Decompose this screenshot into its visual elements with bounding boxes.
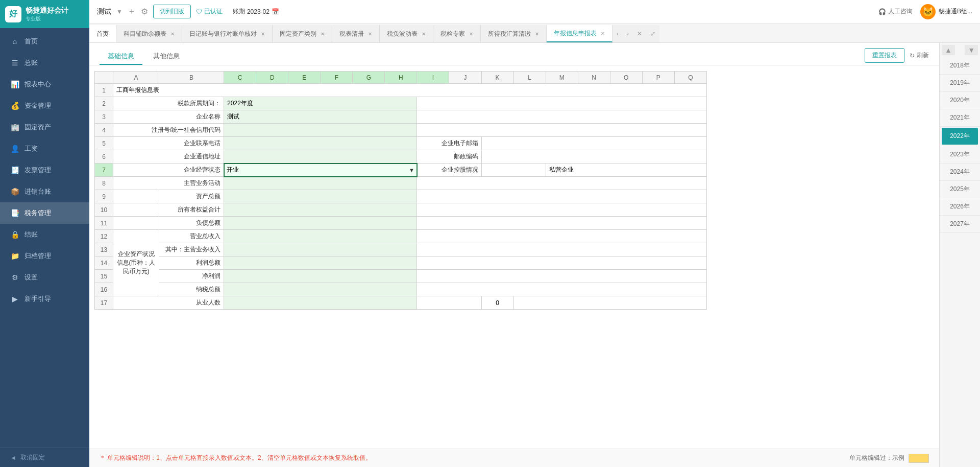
tab-next-button[interactable]: › xyxy=(623,25,633,42)
sidebar-item-guide[interactable]: ▶ 新手引导 xyxy=(0,288,89,310)
col-header-a: A xyxy=(113,72,159,84)
switch-old-version-button[interactable]: 切到旧版 xyxy=(153,5,191,18)
row7-private-enterprise: 私营企业 xyxy=(546,164,706,177)
topbar-right: 🎧 人工咨询 🐱 畅捷通B组... xyxy=(878,4,972,19)
spreadsheet-container[interactable]: A B C D E F G H I J K L xyxy=(89,66,939,449)
tab-close-tax-table[interactable]: ✕ xyxy=(368,31,372,37)
year-scroll-up-button[interactable]: ▲ xyxy=(942,45,955,55)
table-row: 11 负债总额 xyxy=(95,217,707,230)
customer-service-button[interactable]: 🎧 人工咨询 xyxy=(878,7,913,16)
year-item-2027[interactable]: 2027年 xyxy=(940,216,980,233)
row17-value[interactable] xyxy=(224,296,417,310)
tab-close-income-tax[interactable]: ✕ xyxy=(535,31,539,37)
sidebar-item-close-account[interactable]: 🔒 结账 xyxy=(0,224,89,245)
row6-right-value[interactable] xyxy=(481,150,706,164)
row16-value[interactable] xyxy=(224,283,417,296)
year-item-2019[interactable]: 2019年 xyxy=(940,75,980,92)
sidebar-item-funds[interactable]: 💰 资金管理 xyxy=(0,95,89,116)
collapse-sidebar-button[interactable]: ◄ 取消固定 xyxy=(0,448,89,467)
tab-expand-button[interactable]: ⤢ xyxy=(646,25,659,42)
sheet-title-cell[interactable]: 工商年报信息表 xyxy=(113,84,707,97)
row7-right-value[interactable] xyxy=(481,164,546,177)
sidebar-item-fixed-assets[interactable]: 🏢 固定资产 xyxy=(0,116,89,138)
shield-icon: 🛡 xyxy=(196,8,202,15)
tab-close-aux-balance[interactable]: ✕ xyxy=(170,31,175,37)
year-item-2023[interactable]: 2023年 xyxy=(940,146,980,164)
sidebar-item-wages[interactable]: 👤 工资 xyxy=(0,138,89,159)
year-item-2018[interactable]: 2018年 xyxy=(940,57,980,75)
home-icon: ⌂ xyxy=(10,37,19,45)
row2-value[interactable]: 2022年度 xyxy=(224,97,417,110)
sidebar-item-reports[interactable]: 📊 报表中心 xyxy=(0,74,89,95)
year-item-2021[interactable]: 2021年 xyxy=(940,109,980,127)
tab-close-annual-report[interactable]: ✕ xyxy=(601,31,605,36)
main-content: 基础信息 其他信息 重置报表 ↻ 刷新 xyxy=(89,43,939,467)
tab-home[interactable]: 首页 xyxy=(89,25,116,42)
row17-number: 0 xyxy=(481,296,513,310)
tab-close-journal-bank[interactable]: ✕ xyxy=(261,31,265,37)
year-item-2020[interactable]: 2020年 xyxy=(940,92,980,109)
sidebar-item-inventory[interactable]: 📦 进销台账 xyxy=(0,181,89,202)
spreadsheet-table: A B C D E F G H I J K L xyxy=(94,71,707,310)
year-item-2026[interactable]: 2026年 xyxy=(940,198,980,216)
row13-value[interactable] xyxy=(224,243,417,256)
table-row: 9 资产总额 xyxy=(95,190,707,203)
tab-aux-balance[interactable]: 科目辅助余额表 ✕ xyxy=(116,25,182,42)
tab-fixed-asset-type[interactable]: 固定资产类别 ✕ xyxy=(273,25,332,42)
sidebar-item-settings[interactable]: ⚙ 设置 xyxy=(0,267,89,288)
year-item-2022[interactable]: 2022年 xyxy=(942,128,978,145)
calendar-icon[interactable]: 📅 xyxy=(272,8,279,15)
refresh-button[interactable]: ↻ 刷新 xyxy=(910,51,929,60)
row12-value[interactable] xyxy=(224,230,417,243)
tab-close-tax-expert[interactable]: ✕ xyxy=(469,31,473,37)
sidebar: 好 畅捷通好会计 专业版 ⌂ 首页 ☰ 总账 📊 报表中心 💰 资金管理 xyxy=(0,0,89,467)
row15-value[interactable] xyxy=(224,270,417,283)
table-row: 15 净利润 xyxy=(95,270,707,283)
user-menu-button[interactable]: 🐱 畅捷通B组... xyxy=(920,4,972,19)
sub-tab-bar: 基础信息 其他信息 重置报表 ↻ 刷新 xyxy=(89,43,939,66)
year-item-2025[interactable]: 2025年 xyxy=(940,181,980,198)
add-tab-button[interactable]: ＋ xyxy=(128,6,136,17)
row5-value[interactable] xyxy=(224,137,417,150)
row14-value[interactable] xyxy=(224,256,417,270)
row6-value[interactable] xyxy=(224,150,417,164)
tab-annual-report[interactable]: 年报信息申报表 ✕ xyxy=(547,25,612,42)
module-dropdown-icon[interactable]: ▼ xyxy=(116,8,122,15)
tab-prev-button[interactable]: ‹ xyxy=(612,25,623,42)
tab-close-fixed-asset-type[interactable]: ✕ xyxy=(321,31,325,37)
year-item-2024[interactable]: 2024年 xyxy=(940,164,980,181)
row5-right-value[interactable] xyxy=(481,137,706,150)
col-header-m: M xyxy=(546,72,578,84)
sub-tab-basic[interactable]: 基础信息 xyxy=(100,49,142,65)
sidebar-item-home[interactable]: ⌂ 首页 xyxy=(0,31,89,52)
row10-value[interactable] xyxy=(224,203,417,217)
sidebar-item-invoices[interactable]: 🧾 发票管理 xyxy=(0,159,89,181)
row11-value[interactable] xyxy=(224,217,417,230)
tab-close-all-button[interactable]: ✕ xyxy=(633,25,646,42)
row3-value[interactable]: 测试 xyxy=(224,110,417,124)
sidebar-item-ledger[interactable]: ☰ 总账 xyxy=(0,52,89,74)
row5-right-label: 企业电子邮箱 xyxy=(417,137,481,150)
tab-tax-fluctuation[interactable]: 税负波动表 ✕ xyxy=(380,25,433,42)
row9-value[interactable] xyxy=(224,190,417,203)
tab-income-tax[interactable]: 所得税汇算清缴 ✕ xyxy=(481,25,547,42)
row8-value[interactable] xyxy=(224,177,417,190)
row9-sublabel: 资产总额 xyxy=(159,190,224,203)
reset-report-button[interactable]: 重置报表 xyxy=(865,48,904,63)
tab-tax-table[interactable]: 税表清册 ✕ xyxy=(332,25,380,42)
row7-value-cell[interactable]: 开业 ▼ xyxy=(224,164,417,177)
year-scroll-down-button[interactable]: ▼ xyxy=(965,45,978,55)
dropdown-arrow-icon[interactable]: ▼ xyxy=(409,167,414,173)
sidebar-item-tax[interactable]: 📑 税务管理 xyxy=(0,202,89,224)
accounting-period: 账期 2023-02 📅 xyxy=(233,7,279,16)
sub-tab-other[interactable]: 其他信息 xyxy=(145,49,188,65)
tab-close-tax-fluctuation[interactable]: ✕ xyxy=(422,31,426,37)
tab-journal-bank[interactable]: 日记账与银行对账单核对 ✕ xyxy=(182,25,273,42)
sidebar-item-archive[interactable]: 📁 归档管理 xyxy=(0,245,89,267)
headset-icon: 🎧 xyxy=(878,8,886,15)
tab-tax-expert[interactable]: 税检专家 ✕ xyxy=(433,25,481,42)
refresh-icon: ↻ xyxy=(910,52,915,59)
topbar-settings-icon[interactable]: ⚙ xyxy=(141,7,148,16)
row4-value[interactable] xyxy=(224,124,417,137)
col-header-n: N xyxy=(578,72,610,84)
